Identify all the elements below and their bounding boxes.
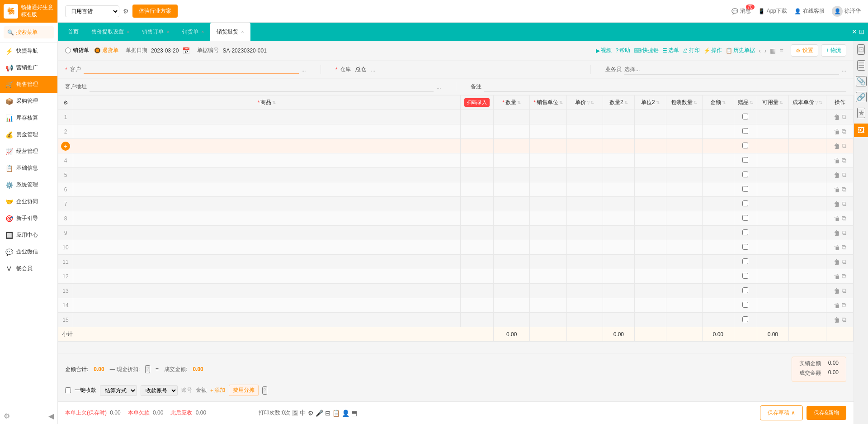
col-price-info[interactable]: ? [587, 100, 590, 105]
copy-row-btn[interactable]: ⧉ [842, 316, 846, 324]
sidebar-item-wechat[interactable]: 💬 企业微信 [0, 243, 57, 260]
gift-checkbox[interactable] [742, 316, 748, 322]
gift-checkbox[interactable] [742, 244, 748, 250]
sidebar-item-finance[interactable]: 💰 资金管理 [0, 126, 57, 143]
price-input[interactable] [570, 114, 600, 120]
add-row-btn[interactable]: + [61, 142, 70, 151]
grid-view-btn[interactable]: ▦ [770, 47, 776, 54]
rs-icon-5[interactable]: ★ [857, 108, 865, 118]
col-unit-sort[interactable]: ⇅ [559, 100, 563, 105]
tool-icon-6[interactable]: 📋 [332, 410, 340, 417]
tab-sales-delivery-close[interactable]: × [201, 29, 204, 34]
sidebar-item-basics[interactable]: 📋 基础信息 [0, 160, 57, 176]
sidebar-item-purchase-mgmt[interactable]: 📦 采购管理 [0, 93, 57, 110]
gift-checkbox[interactable] [742, 287, 748, 293]
gift-checkbox[interactable] [742, 172, 748, 177]
address-input[interactable] [90, 81, 434, 92]
sidebar-item-quick-nav[interactable]: ⚡ 快捷导航 [0, 43, 57, 59]
settle-method-select[interactable]: 结算方式 [100, 385, 137, 396]
warehouse-dots[interactable]: ... [371, 67, 375, 73]
delete-row-btn[interactable]: 🗑 [834, 243, 840, 251]
rs-icon-4[interactable]: 🔗 [856, 92, 867, 102]
account-num-select[interactable]: 收款账号 [141, 385, 178, 396]
list-view-btn[interactable]: ≡ [779, 47, 783, 54]
fee-split-btn[interactable]: 费用分摊 [229, 385, 259, 396]
salesman-input[interactable] [624, 64, 839, 75]
delete-row-btn[interactable]: 🗑 [834, 186, 840, 193]
rs-icon-2[interactable]: ☰ [857, 60, 865, 71]
copy-row-btn[interactable]: ⧉ [842, 142, 846, 150]
sidebar-item-marketing[interactable]: 📢 营销推广 [0, 59, 57, 76]
copy-row-btn[interactable]: ⧉ [842, 200, 846, 208]
radio-return-input[interactable] [94, 48, 100, 53]
form-settings-btn[interactable]: ⚙ 设置 [791, 44, 818, 57]
tool-icon-2[interactable]: 中 [300, 409, 306, 417]
operation-btn[interactable]: ⚡ 操作 [703, 47, 722, 54]
user-info[interactable]: 👤 徐泽华 [832, 6, 861, 17]
sidebar-item-apps[interactable]: 🔲 应用中心 [0, 227, 57, 243]
tool-icon-4[interactable]: 🎤 [316, 410, 323, 417]
rs-icon-6[interactable]: 🖼 [854, 124, 868, 137]
delete-row-btn[interactable]: 🗑 [834, 157, 840, 164]
one-click-pay-checkbox[interactable] [65, 387, 71, 393]
copy-row-btn[interactable]: ⧉ [842, 258, 846, 266]
trial-btn[interactable]: 体验行业方案 [132, 5, 178, 18]
product-cell[interactable] [73, 110, 461, 124]
logistics-btn[interactable]: + 物流 [821, 44, 846, 57]
delete-row-btn[interactable]: 🗑 [834, 171, 840, 179]
tab-sales-order[interactable]: 销售订单 × [136, 23, 175, 41]
unit-input[interactable] [533, 114, 564, 120]
fee-help-btn[interactable]: ? [262, 386, 267, 395]
delete-row-btn[interactable]: 🗑 [834, 301, 840, 309]
prev-record-btn[interactable]: ‹ [759, 47, 761, 54]
delete-row-btn[interactable]: 🗑 [834, 258, 840, 266]
history-btn[interactable]: 📋 历史单据 [726, 47, 755, 54]
col-qty-sort[interactable]: ⇅ [517, 100, 521, 105]
messages-btn[interactable]: 💬 消息 70 [731, 7, 751, 15]
collapse-sidebar-btn[interactable]: ◀ [48, 412, 54, 420]
rs-icon-1[interactable]: ⊡ [857, 44, 865, 55]
radio-return[interactable]: 退货单 [94, 47, 118, 54]
col-pack-sort[interactable]: ⇅ [693, 100, 697, 105]
gift-checkbox[interactable] [742, 215, 748, 221]
col-price-sort[interactable]: ⇅ [590, 100, 594, 105]
qty-input[interactable] [496, 114, 527, 120]
tab-sales-order-close[interactable]: × [166, 29, 169, 34]
gift-checkbox[interactable] [742, 186, 748, 192]
close-all-tabs-btn[interactable]: ✕ [852, 28, 857, 35]
copy-row-btn[interactable]: ⧉ [842, 301, 846, 309]
copy-row-btn[interactable]: ⧉ [842, 171, 846, 179]
customer-input[interactable] [84, 65, 299, 74]
tool-icon-3[interactable]: ⚙ [308, 410, 314, 417]
sidebar-item-operations[interactable]: 📈 经营管理 [0, 143, 57, 160]
gift-checkbox[interactable] [742, 143, 748, 148]
col-gift-sort[interactable]: ⇅ [750, 100, 753, 105]
copy-row-btn[interactable]: ⧉ [842, 287, 846, 295]
sidebar-item-enterprise[interactable]: 🤝 企业协同 [0, 193, 57, 210]
calendar-icon[interactable]: 📅 [182, 47, 190, 54]
tab-price-settings-close[interactable]: × [127, 29, 129, 34]
copy-row-btn[interactable]: ⧉ [842, 272, 846, 280]
delete-row-btn[interactable]: 🗑 [834, 113, 840, 121]
shortcut-btn[interactable]: ⌨ 快捷键 [634, 47, 659, 54]
delete-row-btn[interactable]: 🗑 [834, 128, 840, 135]
col-amount-sort[interactable]: ⇅ [722, 100, 726, 105]
search-menu-button[interactable]: 🔍 搜索菜单 [4, 26, 54, 38]
copy-row-btn[interactable]: ⧉ [842, 229, 846, 237]
copy-row-btn[interactable]: ⧉ [842, 243, 846, 251]
save-new-btn[interactable]: 保存&新增 [807, 406, 846, 420]
rs-icon-3[interactable]: 📎 [856, 76, 867, 86]
product-input[interactable] [76, 114, 458, 120]
breadcrumb-select[interactable]: 日用百货 [65, 5, 119, 17]
tab-sales-return[interactable]: 销货退货 × [210, 23, 250, 41]
copy-row-btn[interactable]: ⧉ [842, 157, 846, 164]
delete-row-btn[interactable]: 🗑 [834, 214, 840, 222]
copy-row-btn[interactable]: ⧉ [842, 128, 846, 135]
delete-row-btn[interactable]: 🗑 [834, 142, 840, 150]
maximize-btn[interactable]: ⊡ [859, 28, 864, 35]
delete-row-btn[interactable]: 🗑 [834, 229, 840, 237]
gift-checkbox[interactable] [742, 302, 748, 308]
address-dots[interactable]: ... [436, 84, 441, 90]
sidebar-item-guide[interactable]: 🎯 新手引导 [0, 210, 57, 227]
tool-icon-5[interactable]: ⊟ [325, 410, 330, 417]
